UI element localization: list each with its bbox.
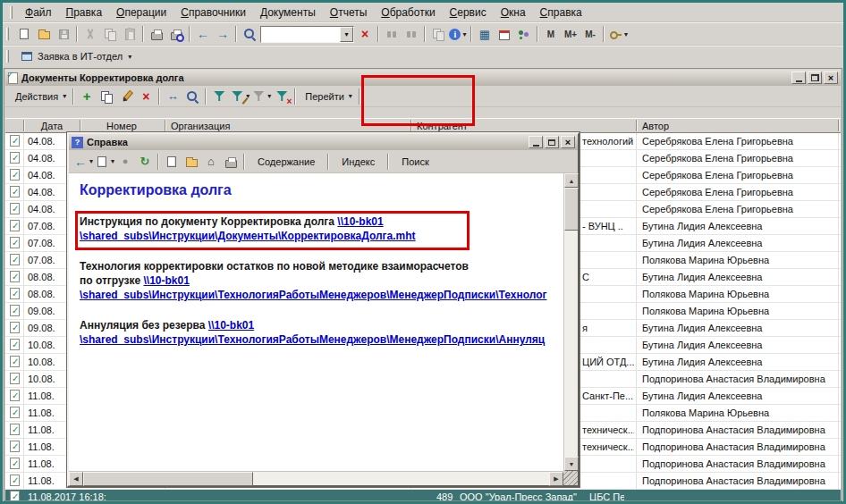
quick-search-dropdown[interactable]: ▾ (340, 27, 353, 42)
home-button[interactable]: ⌂ (201, 152, 221, 172)
toolbar-grip[interactable] (6, 50, 9, 63)
column-resize-handle[interactable] (80, 120, 80, 131)
chevron-down-icon: ▾ (128, 53, 131, 61)
copy-special-button[interactable] (428, 24, 448, 44)
bookmarks-button[interactable] (182, 152, 201, 172)
column-resize-handle[interactable] (636, 120, 637, 131)
help-link-host[interactable]: \\10-bk01 (337, 215, 383, 228)
column-header-5[interactable]: Автор (637, 121, 839, 131)
print-button[interactable] (147, 24, 166, 44)
scroll-right-button[interactable]: ▶ (549, 472, 563, 486)
column-resize-handle[interactable] (838, 120, 839, 131)
paste-button[interactable] (120, 24, 140, 44)
filter-button[interactable] (209, 87, 229, 106)
view-button[interactable]: ▾ (94, 152, 115, 172)
column-header-1[interactable]: Дата (24, 121, 80, 131)
refresh-button[interactable]: ↻ (135, 152, 155, 172)
resize-grip[interactable] (563, 471, 578, 485)
info-button[interactable]: i▾ (448, 24, 468, 44)
index-tab-button[interactable]: Индекс (332, 153, 385, 171)
print-help-button[interactable] (221, 152, 241, 172)
menu-processing[interactable]: Обработки (374, 4, 442, 21)
help-maximize-button[interactable] (545, 136, 559, 148)
menu-service[interactable]: Сервис (443, 4, 494, 21)
column-header-3[interactable]: Организация (165, 121, 409, 131)
find-in-list-button[interactable] (182, 87, 202, 106)
memory-plus-button[interactable]: M+ (561, 24, 580, 44)
column-resize-handle[interactable] (165, 120, 165, 131)
search-tab-button[interactable]: Поиск (392, 153, 438, 171)
table-row-selected[interactable]: 11.08.2017 16:18: 489 ООО "Урал-Пресс За… (5, 490, 841, 500)
undo-button[interactable]: ← (193, 24, 213, 44)
back-button[interactable]: ←▾ (72, 152, 94, 172)
clear-search-button[interactable]: × (355, 24, 375, 44)
column-resize-handle[interactable] (410, 120, 411, 131)
service-options-button[interactable]: ▾ (607, 24, 629, 44)
copy-button[interactable] (100, 24, 120, 44)
quick-search-input[interactable] (261, 28, 340, 41)
find-next-button[interactable] (402, 24, 421, 44)
menu-reports[interactable]: Отчеты (323, 4, 375, 21)
users-button[interactable] (514, 24, 534, 44)
it-request-button[interactable]: Заявка в ИТ-отдел ▾ (14, 47, 137, 65)
help-close-button[interactable]: × (561, 136, 575, 148)
document-posted-icon (10, 441, 20, 452)
help-window-titlebar[interactable]: ? Справка × (69, 134, 578, 150)
goto-button[interactable]: Перейти▾ (299, 88, 356, 105)
document-window-titlebar[interactable]: Документы Корректировка долга × (5, 70, 841, 86)
scroll-up-button[interactable]: ▲ (564, 173, 579, 188)
cut-button[interactable] (80, 24, 100, 44)
menu-catalogs[interactable]: Справочники (173, 4, 253, 21)
menu-windows[interactable]: Окна (494, 4, 533, 21)
delete-button[interactable]: × (136, 87, 156, 106)
search-icon-button[interactable] (240, 24, 259, 44)
copy-item-button[interactable] (97, 87, 116, 106)
horizontal-scroll-thumb[interactable] (83, 472, 253, 486)
actions-button[interactable]: Действия▾ (9, 88, 70, 105)
column-resize-handle[interactable] (23, 120, 24, 131)
help-button[interactable]: ? (374, 87, 393, 106)
horizontal-scrollbar[interactable]: ◀ ▶ (69, 471, 563, 485)
vertical-scrollbar[interactable]: ▲ ▼ (563, 173, 578, 471)
toolbar-grip[interactable] (10, 6, 13, 19)
help-link-path[interactable]: \shared_subs\Инструкции\ТехнологияРаботы… (80, 333, 545, 346)
contents-tab-button[interactable]: Содержание (248, 153, 325, 171)
clear-filter-button[interactable]: × (272, 87, 292, 106)
calendar-button[interactable] (495, 24, 514, 44)
stop-button[interactable]: ● (115, 152, 135, 172)
column-header-4[interactable]: Контрагент (411, 121, 634, 131)
table-button[interactable]: ▦ (475, 24, 495, 44)
help-minimize-button[interactable] (529, 136, 543, 148)
edit-button[interactable] (116, 87, 136, 106)
menu-operations[interactable]: Операции (109, 4, 173, 21)
column-header-2[interactable]: Номер (80, 121, 163, 131)
toolbar-grip[interactable] (6, 28, 9, 40)
memory-recall-button[interactable]: M (541, 24, 561, 44)
help-link-host[interactable]: \\10-bk01 (208, 319, 254, 332)
restore-button[interactable] (808, 71, 822, 84)
close-button[interactable]: × (824, 71, 838, 84)
find-previous-button[interactable] (382, 24, 402, 44)
interval-button[interactable]: ↔ (163, 87, 182, 106)
help-link-path[interactable]: \shared_subs\Инструкции\Документы\Коррек… (80, 230, 416, 242)
redo-button[interactable]: → (213, 24, 233, 44)
help-link-path[interactable]: \shared_subs\Инструкции\ТехнологияРаботы… (80, 289, 547, 301)
vertical-scroll-thumb[interactable] (564, 188, 579, 231)
menu-help[interactable]: Справка (533, 4, 589, 21)
filter-history-button[interactable]: ▾ (250, 87, 272, 106)
new-document-button[interactable] (14, 24, 34, 44)
memory-minus-button[interactable]: M- (580, 24, 600, 44)
menu-documents[interactable]: Документы (253, 4, 323, 21)
scroll-left-button[interactable]: ◀ (69, 472, 83, 486)
filter-by-value-button[interactable]: ▾ (229, 87, 250, 106)
open-button[interactable] (34, 24, 54, 44)
print-preview-button[interactable] (166, 24, 186, 44)
menu-file[interactable]: Файл (18, 4, 59, 21)
menu-edit[interactable]: Правка (59, 4, 110, 21)
show-contents-button[interactable] (162, 152, 182, 172)
save-button[interactable] (54, 24, 73, 44)
minimize-button[interactable] (791, 71, 806, 84)
add-button[interactable]: + (77, 87, 97, 106)
scroll-down-button[interactable]: ▼ (564, 457, 579, 471)
help-link-host[interactable]: \\10-bk01 (144, 274, 190, 287)
